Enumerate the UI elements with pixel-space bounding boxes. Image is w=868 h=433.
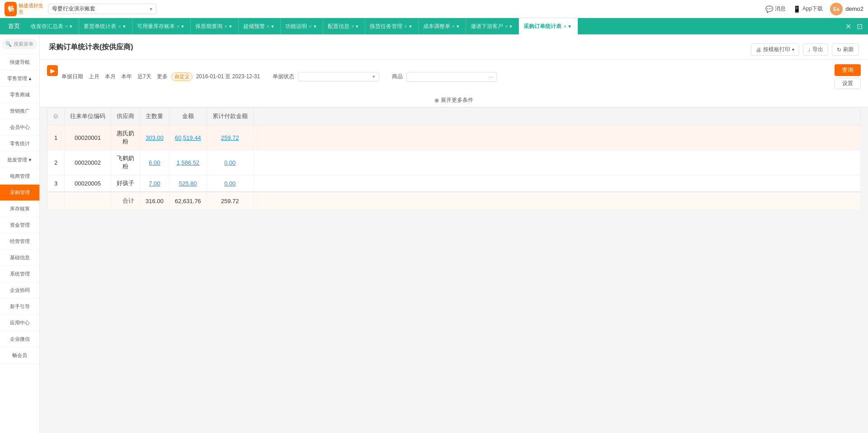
refresh-icon: ↻ [837,47,841,53]
table-footer-row: 合计 316.00 62,631.76 259.72 [47,192,861,210]
download-icon: 📱 [793,5,801,13]
goods-label: 商品 [392,73,403,81]
close-icon[interactable]: × [309,24,311,29]
settings-button[interactable]: 设置 [835,78,861,89]
sidebar-item-system[interactable]: 系统管理 [0,266,39,282]
sidebar-item-wholesale[interactable]: 批发管理 ▼ [0,152,39,168]
amount-cell[interactable]: 60,519.44 [169,125,207,150]
nav-tabs: 首页 收发存汇总表 × ▾ 要货单统计表 × ▾ 可用量库存账本 × ▾ 保质期… [0,18,868,34]
goods-input[interactable]: ··· [406,72,497,82]
header-actions: 🖨 按模板打印 ▾ ↓ 导出 ↻ 刷新 [751,40,859,59]
paid-cell[interactable]: 0.00 [207,150,253,175]
select-arrow-icon: ▾ [373,74,375,80]
message-button[interactable]: 💬 消息 [765,5,786,13]
shortcut-7days[interactable]: 近7天 [136,72,153,81]
shortcut-more[interactable]: 更多 [155,72,170,81]
refresh-button[interactable]: ↻ 刷新 [832,43,859,56]
nav-tab-caigou[interactable]: 采购订单统计表 × ▾ [519,18,577,34]
nav-end-buttons: ✕ ⊡ [844,22,866,31]
table-header-row: ⚙ 往来单位编码 供应商 主数量 金额 [47,108,861,125]
filter-arrow-icon: ▶ [50,67,55,74]
sidebar-item-retail-store[interactable]: 零售商城 [0,87,39,103]
app-download-button[interactable]: 📱 App下载 [793,5,823,13]
custom-date-badge[interactable]: 自定义 [171,72,193,81]
close-icon[interactable]: × [452,24,455,29]
sidebar-item-members[interactable]: 会员中心 [0,119,39,136]
query-button[interactable]: 查询 [835,64,861,76]
gear-icon[interactable]: ⚙ [53,113,59,120]
sidebar-item-inventory[interactable]: 库存核算 [0,201,39,217]
nav-tab-kuyong[interactable]: 可用量库存账本 × ▾ [132,18,191,34]
avatar: Ea [830,3,843,15]
close-icon[interactable]: × [177,24,179,29]
nav-maximize-button[interactable]: ⊡ [855,22,864,31]
close-icon[interactable]: × [351,24,354,29]
close-icon[interactable]: × [563,24,566,29]
nav-tab-shoufa[interactable]: 收发存汇总表 × ▾ [26,18,79,34]
logo-area: 畅 畅捷通好生意 [5,2,44,16]
paid-cell[interactable]: 259.72 [207,125,253,150]
shortcut-this-month[interactable]: 本月 [103,72,118,81]
nav-home[interactable]: 首页 [2,18,26,34]
expand-conditions-button[interactable]: ⊕ 展开更多条件 [434,96,473,104]
close-icon[interactable]: × [224,24,227,29]
table-row: 2 00020002 飞鹤奶粉 6.00 1,586.52 0.00 [47,150,861,175]
sidebar-item-purchase[interactable]: 采购管理 [0,185,39,201]
sidebar-item-basics[interactable]: 基础信息 [0,250,39,266]
sidebar-item-member-plus[interactable]: 畅会员 [0,347,39,364]
close-icon[interactable]: × [118,24,121,29]
nav-tab-chaochao[interactable]: 超储预警 × ▾ [239,18,281,34]
export-icon: ↓ [808,47,811,53]
nav-close-button[interactable]: ✕ [844,22,853,31]
shortcut-last-month[interactable]: 上月 [87,72,101,81]
sidebar-item-enterprise[interactable]: 企业协同 [0,282,39,299]
logo-text: 畅捷通好生意 [19,3,44,14]
nav-tab-gongneng[interactable]: 功能说明 × ▾ [281,18,323,34]
tab-arrow-icon: ▾ [227,24,234,29]
amount-cell[interactable]: 1,586.52 [169,150,207,175]
status-select[interactable]: ▾ [298,72,379,81]
paid-cell[interactable]: 0.00 [207,175,253,192]
nav-tab-yaohuo[interactable]: 要货单统计表 × ▾ [79,18,132,34]
workspace-selector[interactable]: 母婴行业演示账套 ▾ [48,4,156,14]
nav-tab-yaoqing[interactable]: 邀请下游客户 × ▾ [466,18,519,34]
sidebar-item-operations[interactable]: 经营管理 [0,233,39,250]
close-icon[interactable]: × [505,24,508,29]
date-label: 单据日期 [61,73,83,81]
col-paid: 累计付款金额 [207,108,253,125]
nav-tab-peizhi[interactable]: 配置信息 × ▾ [323,18,365,34]
close-icon[interactable]: × [65,24,68,29]
sidebar-item-newbie[interactable]: 新手引导 [0,299,39,315]
qty-cell[interactable]: 7.00 [140,175,170,192]
sidebar: 🔍 搜索菜单 快捷导航 零售管理 ▲ 零售商城 营销推广 会员中心 零售统计 批… [0,34,40,433]
amount-cell[interactable]: 525.80 [169,175,207,192]
content-area: 采购订单统计表(按供应商) 🖨 按模板打印 ▾ ↓ 导出 ↻ 刷新 [40,34,868,433]
user-profile[interactable]: Ea demo2 [830,3,863,15]
close-icon[interactable]: × [267,24,269,29]
close-icon[interactable]: × [404,24,407,29]
shortcut-this-year[interactable]: 本年 [119,72,134,81]
search-icon: 🔍 [5,41,12,47]
sidebar-item-wechat[interactable]: 企业微信 [0,331,39,347]
nav-tab-jianhuo[interactable]: 拣货任务管理 × ▾ [365,18,418,34]
nav-tab-chengben[interactable]: 成本调整单 × ▾ [419,18,466,34]
logo-icon: 畅 [5,2,17,16]
sidebar-item-quicknav[interactable]: 快捷导航 [0,54,39,71]
filter-toggle-button[interactable]: ▶ [47,65,58,76]
tab-arrow-icon: ▾ [312,24,318,29]
sidebar-item-retail-mgmt[interactable]: 零售管理 ▲ [0,71,39,87]
sidebar-item-marketing[interactable]: 营销推广 [0,103,39,119]
data-table: ⚙ 往来单位编码 供应商 主数量 金额 [47,107,861,210]
sidebar-item-app-center[interactable]: 应用中心 [0,315,39,331]
export-button[interactable]: ↓ 导出 [803,43,828,56]
qty-cell[interactable]: 6.00 [140,150,170,175]
date-shortcuts: 上月 本月 本年 近7天 更多 自定义 [87,72,193,81]
print-button[interactable]: 🖨 按模板打印 ▾ [751,43,799,56]
nav-tab-baozhi[interactable]: 保质期查询 × ▾ [191,18,238,34]
qty-cell[interactable]: 303.00 [140,125,170,150]
sidebar-item-ecommerce[interactable]: 电商管理 [0,168,39,185]
sidebar-item-search[interactable]: 🔍 搜索菜单 [0,34,39,54]
sidebar-item-finance[interactable]: 资金管理 [0,217,39,233]
sidebar-item-retail-stats[interactable]: 零售统计 [0,136,39,152]
col-code: 往来单位编码 [65,108,111,125]
